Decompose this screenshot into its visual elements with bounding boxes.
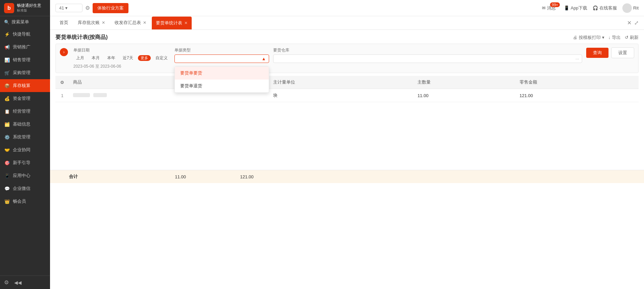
type-dropdown-menu: 要货单要货 要货单退货 xyxy=(174,66,269,93)
warehouse-filter-label: 要货仓库 xyxy=(273,47,582,53)
sidebar-item-vip[interactable]: 👑 畅会员 xyxy=(0,195,50,208)
table-header-row: ⚙ 商品 主计量单位 主数量 零售金额 xyxy=(55,76,639,89)
tab-receipt-summary[interactable]: 收发存汇总表 ✕ xyxy=(111,17,150,29)
username: Rit xyxy=(633,5,639,10)
product-placeholder-2 xyxy=(93,93,107,97)
tab-order-stats[interactable]: 要货单统计表 ✕ xyxy=(152,17,192,29)
page-content: 要货单统计表(按商品) 🖨 按模板打印 ▾ ↓ 导出 ↺ 刷新 xyxy=(50,30,644,289)
sidebar-item-quick-nav[interactable]: ⚡ 快捷导航 xyxy=(0,28,50,41)
online-service-label: 在线客服 xyxy=(599,5,617,11)
sales-icon: 📊 xyxy=(4,57,10,63)
app-download-label: App下载 xyxy=(571,5,587,11)
product-placeholder-1 xyxy=(73,93,90,97)
tab-receipt-summary-close[interactable]: ✕ xyxy=(143,20,146,25)
sidebar-item-label: 营销推广 xyxy=(13,44,30,50)
data-table: ⚙ 商品 主计量单位 主数量 零售金额 1 xyxy=(55,76,639,102)
guide-icon: 🎯 xyxy=(4,160,10,166)
page-header-actions: 🖨 按模板打印 ▾ ↓ 导出 ↺ 刷新 xyxy=(573,35,639,41)
td-no: 1 xyxy=(55,89,69,102)
type-filter-input[interactable]: ▲ xyxy=(174,54,269,63)
filter-row: 单据日期 上月 本月 本年 近7天 更多 自定义 2023-05-06 至 20… xyxy=(73,47,634,69)
query-btn[interactable]: 查询 xyxy=(586,48,609,58)
sidebar-item-label: 快捷导航 xyxy=(13,31,30,37)
date-shortcut-custom[interactable]: 自定义 xyxy=(153,54,170,62)
tab-home[interactable]: 首页 xyxy=(55,17,72,29)
sidebar-item-finance[interactable]: 💰 资金管理 xyxy=(0,92,50,105)
sidebar-item-purchase[interactable]: 🛒 采购管理 xyxy=(0,66,50,79)
quick-nav-icon: ⚡ xyxy=(4,31,10,37)
date-range-display: 2023-05-06 至 2023-06-06 xyxy=(73,64,170,69)
tab-order-stats-label: 要货单统计表 xyxy=(156,20,182,26)
th-sale-amount: 零售金额 xyxy=(516,76,639,89)
online-service-btn[interactable]: 🎧 在线客服 xyxy=(593,5,617,11)
tab-expand-btn[interactable]: ⤢ xyxy=(634,20,639,26)
user-profile-btn[interactable]: Rit xyxy=(622,3,639,13)
sidebar-item-basic-info[interactable]: 🗂️ 基础信息 xyxy=(0,118,50,131)
refresh-icon: ↺ xyxy=(625,35,628,40)
refresh-btn[interactable]: ↺ 刷新 xyxy=(625,35,639,41)
topbar: 41 ▾ ⚙ 体验行业方案 ✉ 消息 99+ 📱 App下载 🎧 在线客服 R xyxy=(50,0,644,16)
tab-inventory-batch[interactable]: 库存批次账 ✕ xyxy=(74,17,109,29)
settings-icon[interactable]: ⚙ xyxy=(4,279,9,286)
sidebar-nav: ⚡ 快捷导航 📢 营销推广 📊 销售管理 🛒 采购管理 📦 库存核算 💰 资金管… xyxy=(0,28,50,275)
footer-label: 合计 xyxy=(69,174,78,180)
tab-order-stats-close[interactable]: ✕ xyxy=(184,21,188,25)
sidebar-item-guide[interactable]: 🎯 新手引导 xyxy=(0,156,50,169)
table-wrapper: ⚙ 商品 主计量单位 主数量 零售金额 1 xyxy=(50,76,644,102)
sidebar-item-label: 采购管理 xyxy=(13,70,30,76)
collapse-button[interactable]: ◀◀ xyxy=(14,280,22,285)
basic-info-icon: 🗂️ xyxy=(4,121,10,127)
type-filter-chevron-up: ▲ xyxy=(262,56,266,61)
filter-expand-btn[interactable]: › xyxy=(60,48,68,56)
setting-btn[interactable]: 设置 xyxy=(611,47,634,58)
tab-bar-right: ✕ ⤢ xyxy=(627,20,639,26)
date-shortcuts-row: 上月 本月 本年 近7天 更多 自定义 xyxy=(73,54,170,62)
td-quantity[interactable]: 11.00 xyxy=(413,89,516,102)
finance-icon: 💰 xyxy=(4,95,10,102)
industry-btn[interactable]: 体验行业方案 xyxy=(93,3,128,13)
sidebar-search-label: 搜索菜单 xyxy=(11,19,29,25)
sidebar-search[interactable]: 🔍 搜索菜单 xyxy=(0,16,50,28)
td-sale-amount[interactable]: 121.00 xyxy=(516,89,639,102)
enterprise-icon: 🤝 xyxy=(4,147,10,153)
dropdown-item-yaohuo-danhaohuo[interactable]: 要货单要货 xyxy=(175,67,269,80)
date-shortcut-this-year[interactable]: 本年 xyxy=(104,54,118,62)
operations-icon: 📋 xyxy=(4,108,10,114)
search-icon: 🔍 xyxy=(4,20,9,25)
topbar-left: 41 ▾ ⚙ 体验行业方案 xyxy=(55,3,538,13)
date-shortcut-more[interactable]: 更多 xyxy=(138,55,151,61)
sidebar-item-operations[interactable]: 📋 经营管理 xyxy=(0,105,50,118)
th-settings[interactable]: ⚙ xyxy=(55,76,69,89)
branch-selector[interactable]: 41 ▾ xyxy=(55,4,82,12)
messages-btn[interactable]: ✉ 消息 99+ xyxy=(542,5,556,11)
export-btn[interactable]: ↓ 导出 xyxy=(609,35,621,41)
sidebar-item-enterprise[interactable]: 🤝 企业协同 xyxy=(0,143,50,156)
sidebar-item-sales[interactable]: 📊 销售管理 xyxy=(0,53,50,66)
warehouse-filter-input[interactable]: ··· xyxy=(273,54,582,63)
topbar-gear-icon[interactable]: ⚙ xyxy=(85,5,90,11)
chevron-down-icon: ▾ xyxy=(602,35,604,40)
date-shortcut-this-month[interactable]: 本月 xyxy=(89,54,102,62)
tab-close-all-btn[interactable]: ✕ xyxy=(627,20,631,26)
wechat-icon: 💬 xyxy=(4,185,10,192)
sidebar-item-inventory[interactable]: 📦 库存核算 xyxy=(0,79,50,92)
app-name: 畅捷通好生意 xyxy=(17,3,41,8)
tab-home-label: 首页 xyxy=(59,20,68,26)
tab-inventory-batch-close[interactable]: ✕ xyxy=(102,20,105,25)
branch-name: 41 xyxy=(59,5,64,10)
sidebar-item-wechat[interactable]: 💬 企业微信 xyxy=(0,182,50,195)
print-template-btn[interactable]: 🖨 按模板打印 ▾ xyxy=(573,35,604,41)
app-download-btn[interactable]: 📱 App下载 xyxy=(564,5,587,11)
main-area: 41 ▾ ⚙ 体验行业方案 ✉ 消息 99+ 📱 App下载 🎧 在线客服 R xyxy=(50,0,644,289)
date-shortcut-last-month[interactable]: 上月 xyxy=(73,54,87,62)
dropdown-item-yaohuo-dantuihuo[interactable]: 要货单退货 xyxy=(175,80,269,92)
filter-actions: 查询 设置 xyxy=(586,47,634,58)
date-shortcut-7days[interactable]: 近7天 xyxy=(120,54,136,62)
sidebar-item-app-center[interactable]: 📱 应用中心 xyxy=(0,169,50,182)
sidebar-item-label: 企业微信 xyxy=(13,185,30,192)
message-icon: ✉ xyxy=(542,5,546,10)
sidebar-item-marketing[interactable]: 📢 营销推广 xyxy=(0,41,50,53)
filter-bar: › 单据日期 上月 本月 本年 近7天 更多 自定义 2023-05- xyxy=(55,44,639,73)
sidebar-item-system[interactable]: ⚙️ 系统管理 xyxy=(0,131,50,143)
td-unit: 块 xyxy=(269,89,413,102)
